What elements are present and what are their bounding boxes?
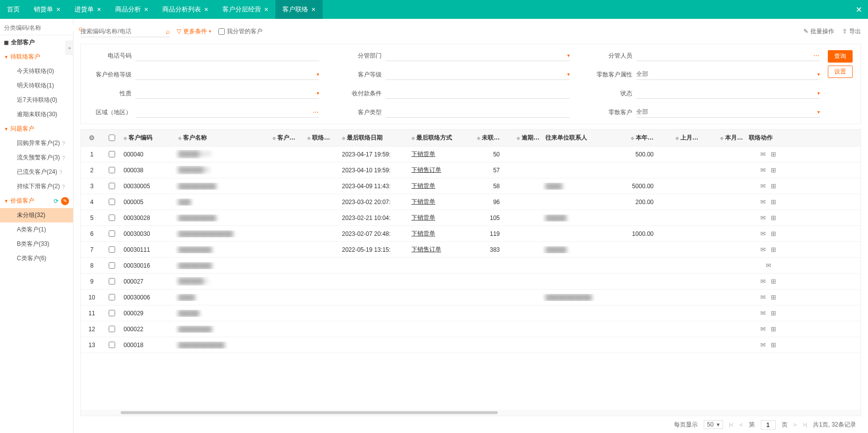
chat-icon[interactable]: ✉ <box>760 182 766 190</box>
sidebar-item[interactable]: 今天待联络(0) <box>0 64 73 78</box>
sidebar-item[interactable]: 已流失客户(24)? <box>0 165 73 179</box>
grid-icon[interactable]: ⊞ <box>771 198 776 206</box>
sidebar-item[interactable]: 回购异常客户(2)? <box>0 136 73 150</box>
grid-icon[interactable]: ⊞ <box>771 309 776 317</box>
col-nocontact[interactable]: ◆未联… <box>463 134 503 142</box>
grid-icon[interactable]: ⊞ <box>771 293 776 301</box>
search-icon[interactable]: ⌕ <box>166 27 170 35</box>
col-this-month[interactable]: ◆本月… <box>701 134 746 142</box>
filter-pay-cond[interactable]: 收付款条件 <box>339 88 569 99</box>
page-input[interactable] <box>761 420 776 430</box>
method-link[interactable]: 下销售订单 <box>411 245 441 254</box>
tab-客户分层经营[interactable]: 客户分层经营✕ <box>215 0 275 19</box>
filter-cust-type[interactable]: 客户类型 <box>339 107 569 118</box>
method-link[interactable]: 下销售订单 <box>411 166 441 174</box>
chat-icon[interactable]: ✉ <box>760 309 766 317</box>
filter-retail-cust[interactable]: 零散客户全部▾ <box>590 107 820 118</box>
per-page-select[interactable]: 50▾ <box>704 420 723 429</box>
close-icon[interactable]: ✕ <box>204 6 208 13</box>
horizontal-scrollbar[interactable] <box>81 410 861 416</box>
col-contact-person[interactable]: 往来单位联系人 <box>542 134 607 142</box>
filter-status[interactable]: 状态▾ <box>590 88 820 99</box>
my-customers-checkbox[interactable]: 我分管的客户 <box>218 27 263 36</box>
close-icon[interactable]: ✕ <box>264 6 268 13</box>
row-checkbox[interactable] <box>109 246 115 253</box>
grid-icon[interactable]: ⊞ <box>771 246 776 253</box>
chat-icon[interactable]: ✉ <box>760 198 766 206</box>
select-all-checkbox[interactable] <box>109 135 115 141</box>
filter-grade[interactable]: 客户等级▾ <box>339 69 569 80</box>
close-icon[interactable]: ✕ <box>311 6 316 13</box>
sidebar-item[interactable]: 持续下滑客户(2)? <box>0 179 73 194</box>
chat-icon[interactable]: ✉ <box>760 246 766 253</box>
sidebar-item[interactable]: 逾期未联络(30) <box>0 107 73 122</box>
filter-dept[interactable]: 分管部门▾ <box>339 50 569 61</box>
help-icon[interactable]: ? <box>59 169 62 175</box>
close-icon[interactable]: ✕ <box>144 6 148 13</box>
row-checkbox[interactable] <box>109 230 115 237</box>
settings-button[interactable]: 设置 <box>828 66 853 78</box>
my-customers-input[interactable] <box>218 28 225 35</box>
sidebar-item[interactable]: B类客户(33) <box>0 237 73 251</box>
col-overdue[interactable]: ◆逾期… <box>503 134 542 142</box>
row-checkbox[interactable] <box>109 167 115 173</box>
method-link[interactable]: 下销货单 <box>411 214 435 222</box>
filter-person[interactable]: 分管人员⋯ <box>590 50 820 61</box>
chat-icon[interactable]: ✉ <box>766 262 771 269</box>
close-icon[interactable]: ✕ <box>97 6 101 13</box>
chat-icon[interactable]: ✉ <box>760 341 766 349</box>
row-checkbox[interactable] <box>109 278 115 285</box>
query-button[interactable]: 查询 <box>828 50 853 63</box>
sidebar-collapse-toggle[interactable]: « <box>66 41 73 55</box>
tab-商品分析列表[interactable]: 商品分析列表✕ <box>155 0 215 19</box>
filter-region[interactable]: 区域（地区）⋯ <box>89 107 319 118</box>
last-page[interactable]: >| <box>802 422 807 428</box>
help-icon[interactable]: ? <box>62 155 65 161</box>
method-link[interactable]: 下销货单 <box>411 229 435 238</box>
refresh-icon[interactable]: ⟳ <box>54 198 59 205</box>
export-button[interactable]: ⇪导出 <box>842 27 861 36</box>
first-page[interactable]: |< <box>729 422 734 428</box>
chat-icon[interactable]: ✉ <box>760 150 766 158</box>
col-this-year[interactable]: ◆本年… <box>607 134 657 142</box>
gear-icon[interactable]: ⚙ <box>89 134 95 142</box>
chat-icon[interactable]: ✉ <box>760 325 766 333</box>
grid-icon[interactable]: ⊞ <box>771 278 776 285</box>
row-checkbox[interactable] <box>109 183 115 189</box>
method-link[interactable]: 下销货单 <box>411 150 435 158</box>
sidebar-item[interactable]: 未分组(32) <box>0 208 73 222</box>
grid-icon[interactable]: ⊞ <box>771 214 776 221</box>
grid-icon[interactable]: ⊞ <box>771 166 776 174</box>
sidebar-group[interactable]: ▼价值客户⟳✎ <box>0 194 73 208</box>
col-cust[interactable]: ◆客户… <box>269 134 304 142</box>
sidebar-group[interactable]: ▼问题客户 <box>0 122 73 136</box>
row-checkbox[interactable] <box>109 342 115 348</box>
sidebar-root[interactable]: ▦ 全部客户 <box>0 35 73 50</box>
close-icon[interactable]: ✕ <box>56 6 61 13</box>
tab-商品分析[interactable]: 商品分析✕ <box>108 0 155 19</box>
col-last-month[interactable]: ◆上月… <box>657 134 701 142</box>
sidebar-group[interactable]: ▼待联络客户 <box>0 50 73 64</box>
chat-icon[interactable]: ✉ <box>760 278 766 285</box>
sidebar-item[interactable]: 流失预警客户(3)? <box>0 150 73 165</box>
filter-price-level[interactable]: 客户价格等级▾ <box>89 69 319 80</box>
search-icon[interactable]: ⌕ <box>78 24 82 32</box>
filter-nature[interactable]: 性质▾ <box>89 88 319 99</box>
sidebar-item[interactable]: C类客户(6) <box>0 251 73 266</box>
row-checkbox[interactable] <box>109 151 115 157</box>
tab-进货单[interactable]: 进货单✕ <box>67 0 108 19</box>
row-checkbox[interactable] <box>109 294 115 300</box>
filter-retail-attr[interactable]: 零散客户属性全部▾ <box>590 69 820 80</box>
sidebar-item[interactable]: A类客户(1) <box>0 222 73 237</box>
tab-首页[interactable]: 首页 <box>0 0 27 19</box>
edit-icon[interactable]: ✎ <box>61 197 69 205</box>
help-icon[interactable]: ? <box>62 141 65 146</box>
method-link[interactable]: 下销货单 <box>411 182 435 190</box>
col-name[interactable]: ◆客户名称 <box>175 134 269 142</box>
batch-operations[interactable]: ✎批量操作 <box>803 27 834 36</box>
method-link[interactable]: 下销货单 <box>411 198 435 206</box>
row-checkbox[interactable] <box>109 262 115 269</box>
grid-icon[interactable]: ⊞ <box>771 230 776 237</box>
chat-icon[interactable]: ✉ <box>760 214 766 221</box>
row-checkbox[interactable] <box>109 215 115 221</box>
